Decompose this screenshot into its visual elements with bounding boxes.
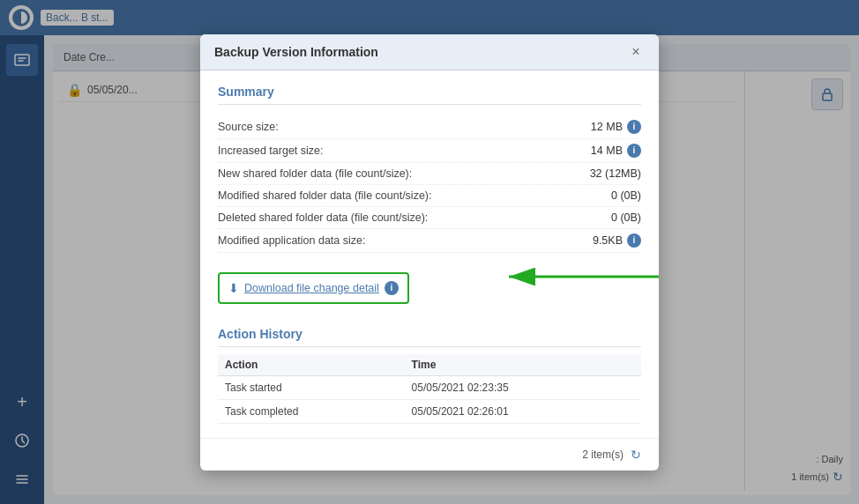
table-row: Task completed 05/05/2021 02:26:01 (218, 399, 641, 423)
action-completed-label: Task completed (218, 399, 405, 423)
deleted-shared-row: Deleted shared folder data (file count/s… (218, 207, 641, 229)
action-started-time: 05/05/2021 02:23:35 (405, 375, 641, 399)
modal-overlay: Backup Version Information × Summary Sou… (0, 0, 859, 504)
target-size-info-icon[interactable]: i (627, 144, 641, 158)
download-section[interactable]: ⬇ Download file change detail i (218, 272, 409, 304)
modified-app-info-icon[interactable]: i (627, 233, 641, 248)
target-size-row: Increased target size: 14 MB i (218, 139, 641, 163)
download-icon: ⬇ (228, 281, 239, 295)
backup-version-modal: Backup Version Information × Summary Sou… (200, 34, 659, 471)
summary-title: Summary (218, 85, 641, 105)
modified-shared-row: Modified shared folder data (file count/… (218, 185, 641, 207)
download-info-icon[interactable]: i (385, 281, 399, 295)
modal-titlebar: Backup Version Information × (200, 34, 659, 70)
modified-app-label: Modified application data size: (218, 234, 365, 247)
source-size-value: 12 MB i (591, 120, 641, 134)
source-size-row: Source size: 12 MB i (218, 115, 641, 139)
new-shared-label: New shared folder data (file count/size)… (218, 167, 412, 180)
download-container: ⬇ Download file change detail i (218, 262, 641, 315)
modal-footer: 2 item(s) ↻ (200, 438, 659, 471)
action-history-table: Action Time Task started 05/05/2021 02:2… (218, 354, 641, 424)
modal-body: Summary Source size: 12 MB i Increased t… (200, 70, 659, 438)
footer-refresh-button[interactable]: ↻ (631, 448, 641, 462)
deleted-shared-value: 0 (0B) (611, 211, 641, 224)
deleted-shared-label: Deleted shared folder data (file count/s… (218, 211, 428, 224)
source-size-label: Source size: (218, 121, 279, 133)
modified-app-value: 9.5KB i (593, 233, 641, 248)
table-row: Task started 05/05/2021 02:23:35 (218, 375, 641, 399)
action-history-title: Action History (218, 327, 641, 347)
modified-shared-label: Modified shared folder data (file count/… (218, 189, 432, 202)
source-size-info-icon[interactable]: i (627, 120, 641, 134)
modal-title: Backup Version Information (214, 45, 378, 59)
target-size-value: 14 MB i (591, 144, 641, 158)
new-shared-row: New shared folder data (file count/size)… (218, 163, 641, 185)
modal-close-button[interactable]: × (627, 43, 645, 61)
action-started-label: Task started (218, 375, 405, 399)
action-completed-time: 05/05/2021 02:26:01 (405, 399, 641, 423)
action-col-header: Action (218, 354, 405, 376)
arrow-annotation (500, 255, 659, 299)
download-link[interactable]: Download file change detail (244, 282, 379, 294)
target-size-label: Increased target size: (218, 145, 324, 157)
modified-shared-value: 0 (0B) (611, 189, 641, 202)
modified-app-row: Modified application data size: 9.5KB i (218, 229, 641, 253)
time-col-header: Time (405, 354, 641, 376)
new-shared-value: 32 (12MB) (590, 167, 641, 180)
footer-items-count: 2 item(s) (582, 448, 624, 461)
